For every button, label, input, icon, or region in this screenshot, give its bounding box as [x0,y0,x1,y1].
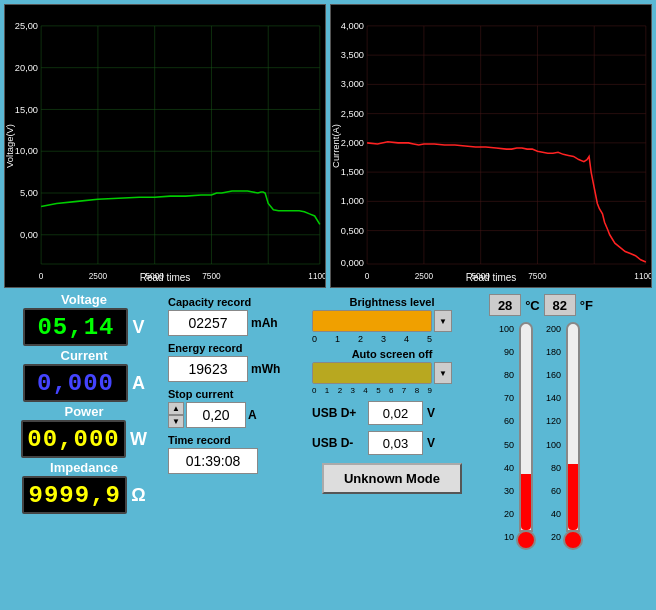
svg-text:Current(A): Current(A) [331,124,341,168]
voltage-display: 05,14 [23,308,128,346]
stop-current-block: Stop current ▲ ▼ A [168,388,308,428]
svg-text:20,00: 20,00 [15,63,38,73]
power-label: Power [64,404,103,419]
svg-text:1,000: 1,000 [341,196,364,206]
current-graph-xlabel: Read times [331,272,651,283]
usb-dm-row: USB D- V [312,431,472,455]
svg-text:5,00: 5,00 [20,188,38,198]
current-display: 0,000 [23,364,128,402]
usb-dp-unit: V [427,406,435,420]
power-display: 00,000 [21,420,126,458]
brightness-block: Brightness level ▼ 0 1 2 3 4 5 [312,296,472,344]
svg-text:10,00: 10,00 [15,146,38,156]
impedance-unit: Ω [131,485,145,506]
temp-f-value: 82 [544,294,576,316]
voltage-row: 05,14 V [23,308,144,346]
spinbox-buttons: ▲ ▼ [168,402,184,428]
svg-text:1,500: 1,500 [341,167,364,177]
brightness-slider-fill [313,311,431,331]
stop-current-unit: A [248,408,257,422]
usb-dp-row: USB D+ V [312,401,472,425]
svg-text:0,00: 0,00 [20,230,38,240]
energy-label: Energy record [168,342,308,354]
voltage-graph-xlabel: Read times [5,272,325,283]
brightness-label: Brightness level [312,296,472,308]
brightness-ticks: 0 1 2 3 4 5 [312,334,432,344]
brightness-dropdown[interactable]: ▼ [434,310,452,332]
auto-screen-slider-container: ▼ [312,362,472,384]
impedance-block: Impedance 9999,9 Ω [4,460,164,514]
unknown-mode-button[interactable]: Unknown Mode [322,463,462,494]
svg-text:25,00: 25,00 [15,21,38,31]
fahrenheit-thermometer: 200 180 160 140 120 100 80 60 40 20 [546,322,583,550]
bottom-panel: Voltage 05,14 V Current 0,000 A Power [0,290,656,608]
celsius-bulb [516,530,536,550]
current-label: Current [61,348,108,363]
current-block: Current 0,000 A [4,348,164,402]
usb-dm-unit: V [427,436,435,450]
current-row: 0,000 A [23,364,145,402]
impedance-label: Impedance [50,460,118,475]
time-record-label: Time record [168,434,308,446]
stop-current-row: ▲ ▼ A [168,402,308,428]
brightness-slider-container: ▼ [312,310,472,332]
spinbox-down-button[interactable]: ▼ [168,415,184,428]
capacity-row: mAh [168,310,308,336]
auto-screen-dropdown[interactable]: ▼ [434,362,452,384]
current-graph-container: Current graph [330,4,652,288]
time-record-row [168,448,308,474]
usb-dp-input[interactable] [368,401,423,425]
impedance-display: 9999,9 [22,476,127,514]
thermo-header: 28 °C 82 °F [489,294,593,316]
right-mid-column: Brightness level ▼ 0 1 2 3 4 5 Auto scre… [312,292,472,604]
usb-dp-label: USB D+ [312,406,364,420]
svg-rect-26 [331,5,651,287]
temp-f-unit: °F [580,298,593,313]
capacity-unit: mAh [251,316,278,330]
energy-row: mWh [168,356,308,382]
thermos-row: 100 90 80 70 60 50 40 30 20 10 [499,322,583,550]
time-record-input[interactable] [168,448,258,474]
time-record-block: Time record [168,434,308,474]
power-block: Power 00,000 W [4,404,164,458]
svg-rect-0 [5,5,325,287]
auto-screen-ticks: 0 1 2 3 4 5 6 7 8 9 [312,386,432,395]
svg-text:Voltage(V): Voltage(V) [5,124,15,168]
stop-current-input[interactable] [186,402,246,428]
voltage-graph-container: Voltage graph [4,4,326,288]
brightness-slider-track[interactable] [312,310,432,332]
energy-unit: mWh [251,362,280,376]
celsius-fill [521,474,531,530]
svg-text:0,500: 0,500 [341,226,364,236]
middle-column: Capacity record mAh Energy record mWh St… [168,292,308,604]
impedance-row: 9999,9 Ω [22,476,145,514]
svg-text:2,000: 2,000 [341,138,364,148]
capacity-input[interactable] [168,310,248,336]
voltage-label: Voltage [61,292,107,307]
left-column: Voltage 05,14 V Current 0,000 A Power [4,292,164,604]
svg-text:3,500: 3,500 [341,50,364,60]
usb-dm-input[interactable] [368,431,423,455]
celsius-thermometer: 100 90 80 70 60 50 40 30 20 10 [499,322,536,550]
graphs-row: Voltage graph [0,0,656,290]
svg-text:15,00: 15,00 [15,105,38,115]
voltage-graph-svg: 25,00 20,00 15,00 10,00 5,00 0,00 Voltag… [5,5,325,287]
temp-c-value: 28 [489,294,521,316]
auto-screen-label: Auto screen off [312,348,472,360]
auto-screen-slider-track[interactable] [312,362,432,384]
current-graph-svg: 4,000 3,500 3,000 2,500 2,000 1,500 1,00… [331,5,651,287]
energy-input[interactable] [168,356,248,382]
auto-screen-block: Auto screen off ▼ 0 1 2 3 4 5 6 7 8 9 [312,348,472,395]
power-row: 00,000 W [21,420,147,458]
thermometer-column: 28 °C 82 °F 100 90 80 70 60 50 40 30 20 … [476,292,606,604]
spinbox-up-button[interactable]: ▲ [168,402,184,415]
temp-c-unit: °C [525,298,540,313]
stop-current-label: Stop current [168,388,308,400]
usb-dm-label: USB D- [312,436,364,450]
capacity-block: Capacity record mAh [168,296,308,336]
auto-screen-slider-fill [313,363,431,383]
power-unit: W [130,429,147,450]
svg-text:4,000: 4,000 [341,21,364,31]
svg-text:2,500: 2,500 [341,109,364,119]
voltage-block: Voltage 05,14 V [4,292,164,346]
